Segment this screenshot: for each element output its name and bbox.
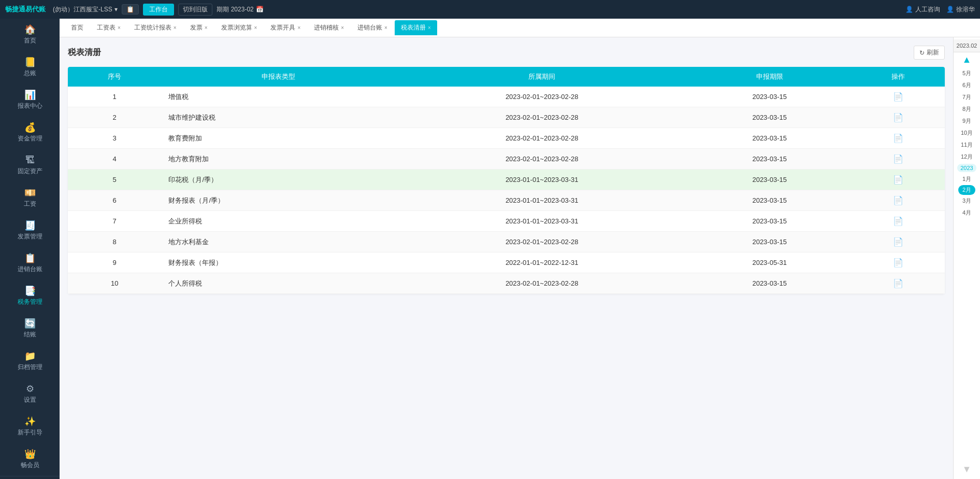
sidebar-item-ledger[interactable]: 📒 总账 — [0, 51, 60, 84]
tab-salary-report[interactable]: 工资统计报表 × — [128, 20, 183, 35]
sidebar-item-tax[interactable]: 📑 税务管理 — [0, 280, 60, 313]
month-1[interactable]: 1月 — [954, 173, 980, 185]
month-11[interactable]: 11月 — [954, 139, 980, 151]
cell-action[interactable]: 📄 — [852, 87, 945, 107]
tab-tax-clear-close[interactable]: × — [428, 25, 431, 31]
tab-salary-close[interactable]: × — [118, 25, 121, 31]
user-service[interactable]: 👤 人工咨询 — [905, 5, 940, 14]
cell-action[interactable]: 📄 — [852, 232, 945, 252]
cell-action[interactable]: 📄 — [852, 149, 945, 170]
sidebar-item-fixed[interactable]: 🏗 固定资产 — [0, 149, 60, 182]
sidebar-item-settings[interactable]: ⚙ 设置 — [0, 378, 60, 411]
switch-old-button[interactable]: 切到旧版 — [178, 4, 212, 16]
content-area: 首页 工资表 × 工资统计报表 × 发票 × 发票浏览算 × 发票开具 × — [60, 19, 980, 479]
tab-invoice-browse-close[interactable]: × — [254, 25, 257, 31]
month-9[interactable]: 9月 — [954, 115, 980, 127]
month-4[interactable]: 4月 — [954, 207, 980, 219]
cell-type: 增值税 — [161, 87, 396, 107]
sidebar-item-salary[interactable]: 💴 工资 — [0, 182, 60, 215]
user-profile[interactable]: 👤 徐溶华 — [946, 5, 975, 14]
tab-invoice-close[interactable]: × — [205, 25, 208, 31]
cell-action[interactable]: 📄 — [852, 252, 945, 273]
sidebar-item-vip[interactable]: 👑 畅会员 — [0, 443, 60, 476]
month-6[interactable]: 6月 — [954, 79, 980, 91]
service-label: 人工咨询 — [915, 5, 940, 14]
tab-salary[interactable]: 工资表 × — [91, 20, 127, 35]
cell-action[interactable]: 📄 — [852, 107, 945, 128]
active-month-label[interactable]: 2月 — [958, 185, 975, 195]
cell-deadline: 2023-03-15 — [688, 211, 852, 232]
tab-invoice-open[interactable]: 发票开具 × — [264, 20, 307, 35]
tab-salary-report-close[interactable]: × — [174, 25, 177, 31]
action-icon[interactable]: 📄 — [893, 258, 903, 267]
month-12[interactable]: 12月 — [954, 151, 980, 163]
month-7[interactable]: 7月 — [954, 91, 980, 103]
col-header-deadline: 申报期限 — [688, 67, 852, 87]
cell-action[interactable]: 📄 — [852, 128, 945, 149]
tab-purchase-check-close[interactable]: × — [341, 25, 344, 31]
tab-purchase-check[interactable]: 进销稽核 × — [308, 20, 350, 35]
panel-down-button[interactable]: ▼ — [960, 462, 974, 477]
cell-no: 2 — [68, 107, 161, 128]
sidebar-label-ledger: 总账 — [24, 69, 36, 78]
tab-invoice-browse[interactable]: 发票浏览算 × — [215, 20, 264, 35]
sidebar-item-purchase[interactable]: 📋 进销台账 — [0, 247, 60, 280]
refresh-button[interactable]: ↻ 刷新 — [914, 46, 945, 60]
action-icon[interactable]: 📄 — [893, 113, 903, 122]
active-year-label[interactable]: 2023 — [957, 164, 976, 172]
sidebar-label-settle: 结账 — [24, 330, 36, 339]
company-selector[interactable]: (勿动）江西服宝-LSS ▾ — [53, 5, 118, 14]
tab-invoice-open-close[interactable]: × — [297, 25, 300, 31]
sidebar-item-invoice[interactable]: 🧾 发票管理 — [0, 215, 60, 247]
tab-purchase-ledger-label: 进销台账 — [357, 23, 382, 32]
sidebar-item-report[interactable]: 📊 报表中心 — [0, 84, 60, 117]
action-icon[interactable]: 📄 — [893, 134, 903, 143]
vip-icon: 👑 — [24, 449, 36, 459]
cell-action[interactable]: 📄 — [852, 211, 945, 232]
sidebar-item-archive[interactable]: 📁 归档管理 — [0, 345, 60, 378]
action-icon[interactable]: 📄 — [893, 154, 903, 163]
cell-deadline: 2023-05-31 — [688, 252, 852, 273]
service-icon: 👤 — [905, 6, 913, 13]
cell-type: 印花税（月/季） — [161, 170, 396, 190]
cell-no: 6 — [68, 190, 161, 211]
action-icon[interactable]: 📄 — [893, 175, 903, 184]
tab-purchase-ledger[interactable]: 进销台账 × — [351, 20, 394, 35]
action-icon[interactable]: 📄 — [893, 279, 903, 288]
sidebar-label-report: 报表中心 — [18, 102, 42, 110]
cancel-fixed-button[interactable]: 📌 取消固定 — [0, 476, 60, 479]
tab-invoice[interactable]: 发票 × — [184, 20, 214, 35]
action-icon[interactable]: 📄 — [893, 237, 903, 246]
action-icon[interactable]: 📄 — [893, 92, 903, 101]
table-row: 2 城市维护建设税 2023-02-01~2023-02-28 2023-03-… — [68, 107, 945, 128]
tab-purchase-ledger-close[interactable]: × — [384, 25, 387, 31]
cell-action[interactable]: 📄 — [852, 273, 945, 294]
sidebar-item-settle[interactable]: 🔄 结账 — [0, 313, 60, 345]
sidebar-item-guide[interactable]: ✨ 新手引导 — [0, 411, 60, 443]
action-icon[interactable]: 📄 — [893, 196, 903, 205]
cell-no: 4 — [68, 149, 161, 170]
month-10[interactable]: 10月 — [954, 127, 980, 139]
right-panel: 2023.02 ▲ 5月 6月 7月 8月 9月 10月 11月 12月 202… — [953, 37, 980, 479]
fund-icon: 💰 — [24, 123, 36, 132]
workbench-button[interactable]: 工作台 — [143, 4, 174, 16]
cell-type: 财务报表（月/季） — [161, 190, 396, 211]
action-icon[interactable]: 📄 — [893, 217, 903, 226]
month-5[interactable]: 5月 — [954, 67, 980, 79]
calendar-icon[interactable]: 📅 — [256, 6, 264, 13]
tab-tax-clear[interactable]: 税表清册 × — [395, 20, 437, 35]
cell-deadline: 2023-03-15 — [688, 149, 852, 170]
table-row: 10 个人所得税 2023-02-01~2023-02-28 2023-03-1… — [68, 273, 945, 294]
panel-up-button[interactable]: ▲ — [960, 52, 974, 67]
month-3[interactable]: 3月 — [954, 195, 980, 207]
top-bar: 畅捷通易代账 (勿动）江西服宝-LSS ▾ 📋 工作台 切到旧版 期期 2023… — [0, 0, 980, 19]
copy-button[interactable]: 📋 — [122, 4, 139, 15]
cell-action[interactable]: 📄 — [852, 170, 945, 190]
user-name-label: 徐溶华 — [956, 5, 975, 14]
month-8[interactable]: 8月 — [954, 103, 980, 115]
cell-action[interactable]: 📄 — [852, 190, 945, 211]
tab-home[interactable]: 首页 — [65, 20, 90, 35]
sidebar-item-fund[interactable]: 💰 资金管理 — [0, 117, 60, 149]
cell-period: 2023-02-01~2023-02-28 — [396, 149, 688, 170]
sidebar-item-home[interactable]: 🏠 首页 — [0, 19, 60, 51]
